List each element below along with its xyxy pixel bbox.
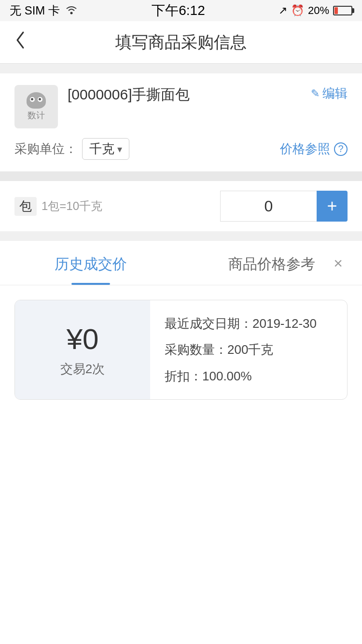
quantity-unit-info: 包 1包=10千克 [14,197,102,216]
quantity-control: + [220,191,348,222]
unit-dropdown-icon: ▾ [117,143,122,155]
tabs-section: 历史成交价 商品价格参考 × ¥0 交易2次 最近成交日期：2019-12-30 [0,241,362,414]
price-display: ¥0 [67,322,99,356]
quantity-plus-button[interactable]: + [317,191,348,222]
recent-date-label: 最近成交日期： [165,316,252,331]
discount-row: 折扣：100.00% [165,367,333,385]
discount-value: 100.00% [202,369,252,383]
product-section: 数计 [0000006]手撕面包 ✎ 编辑 采购单位： 千克 ▾ 价格参照 ? [0,73,362,171]
wifi-icon [65,4,78,17]
tabs-header: 历史成交价 商品价格参考 × [0,241,362,285]
edit-label: 编辑 [322,85,348,102]
product-name: [0000006]手撕面包 [68,86,190,102]
product-name-container: [0000006]手撕面包 [68,85,311,105]
price-card: ¥0 交易2次 最近成交日期：2019-12-30 采购数量：200千克 折扣：… [14,300,348,400]
price-ref-label: 价格参照 [280,140,330,157]
purchase-qty-row: 采购数量：200千克 [165,341,333,358]
price-reference-button[interactable]: 价格参照 ? [280,140,348,157]
help-icon: ? [334,142,348,156]
close-icon: × [334,254,343,271]
product-unit-row: 采购单位： 千克 ▾ 价格参照 ? [14,138,348,160]
page-title: 填写商品采购信息 [115,31,247,54]
product-thumbnail: 数计 [14,85,58,128]
recent-date-value: 2019-12-30 [252,316,317,331]
quantity-unit-hint: 1包=10千克 [42,198,102,214]
price-card-left: ¥0 交易2次 [15,300,150,399]
product-header: 数计 [0000006]手撕面包 ✎ 编辑 [14,85,348,128]
quantity-input[interactable] [220,191,317,222]
status-right: ↗ ⏰ 20% [278,4,352,17]
purchase-qty-value: 200千克 [227,342,273,357]
discount-label: 折扣： [165,369,202,383]
status-bar: 无 SIM 卡 下午6:12 ↗ ⏰ 20% [0,0,362,21]
plus-icon: + [327,196,337,216]
recent-date-row: 最近成交日期：2019-12-30 [165,315,333,332]
quantity-unit-badge: 包 [14,197,37,216]
product-image: 数计 [22,92,51,121]
purchase-qty-label: 采购数量： [165,342,227,357]
edit-icon: ✎ [311,87,320,100]
battery-icon [333,6,352,15]
tab-price-ref-label: 商品价格参考 [228,256,315,272]
nav-bar: 填写商品采购信息 [0,21,362,64]
unit-value: 千克 [89,140,114,157]
carrier-text: 无 SIM 卡 [10,3,60,18]
unit-label: 采购单位： [14,140,77,157]
battery-percent: 20% [308,4,329,17]
price-card-right: 最近成交日期：2019-12-30 采购数量：200千克 折扣：100.00% [150,300,347,399]
tab-active-indicator [71,283,110,285]
transaction-count: 交易2次 [60,361,105,378]
status-left: 无 SIM 卡 [10,3,78,18]
location-icon: ↗ [278,4,287,17]
tab-history-price[interactable]: 历史成交价 [0,241,181,285]
edit-button[interactable]: ✎ 编辑 [311,85,348,102]
separator [0,171,362,181]
quantity-section: 包 1包=10千克 + [0,181,362,231]
currency-symbol: ¥ [67,323,83,355]
price-value: 0 [83,323,98,355]
product-info: 数计 [0000006]手撕面包 [14,85,311,128]
tab-close-button[interactable]: × [329,249,348,277]
bottom-area [0,414,362,644]
svg-point-0 [70,12,73,14]
alarm-icon: ⏰ [291,4,304,17]
price-card-container: ¥0 交易2次 最近成交日期：2019-12-30 采购数量：200千克 折扣：… [0,285,362,414]
back-button[interactable] [14,30,26,54]
unit-select[interactable]: 千克 ▾ [82,138,129,160]
status-time: 下午6:12 [152,1,205,20]
tab-history-label: 历史成交价 [55,256,127,272]
